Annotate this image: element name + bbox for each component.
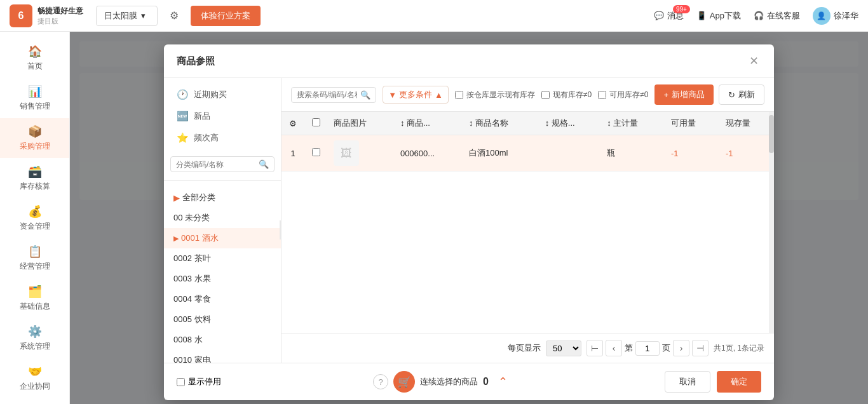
settings-column-header[interactable]: ⚙ [281, 112, 304, 135]
row-checkbox[interactable] [304, 135, 327, 172]
sidebar-item-inventory[interactable]: 🗃️ 库存核算 [0, 158, 69, 198]
sidebar-item-guide[interactable]: 📖 新手引导 [0, 398, 69, 404]
category-item-snack[interactable]: 0004 零食 [164, 289, 281, 309]
category-item-appliance[interactable]: 0010 家电 [164, 350, 281, 363]
page-number-input[interactable] [635, 341, 660, 356]
modal-title: 商品参照 [177, 55, 215, 67]
online-service-nav-item[interactable]: 🎧 在线客服 [754, 10, 800, 22]
sidebar-item-sales[interactable]: 📊 销售管理 [0, 78, 69, 118]
table-row[interactable]: 1 🖼 000600... 白酒100ml 瓶 [281, 135, 774, 172]
row-index: 1 [281, 135, 304, 172]
logo-icon: 6 [10, 4, 32, 27]
settings-gear-icon[interactable]: ⚙ [164, 6, 184, 26]
main-layout: 🏠 首页 📊 销售管理 📦 采购管理 🗃️ 库存核算 💰 资金管理 📋 经营管理… [0, 32, 868, 404]
stock-nonzero-checkbox[interactable]: 现有库存≠0 [541, 90, 592, 100]
headset-icon: 🎧 [754, 11, 764, 20]
tab-frequent[interactable]: ⭐ 频次高 [170, 128, 275, 148]
sidebar-item-purchase[interactable]: 📦 采购管理 [0, 118, 69, 158]
product-table: ⚙ 商品图片 ↕ 商品... [281, 112, 774, 172]
name-column-header: ↕ 商品名称 [463, 112, 539, 135]
modal-close-button[interactable]: ✕ [746, 53, 761, 69]
category-item-beverage[interactable]: 0005 饮料 [164, 309, 281, 330]
product-search-input[interactable] [297, 90, 357, 99]
first-page-button[interactable]: ⊢ [587, 340, 603, 356]
company-dropdown[interactable]: 日太阳膜 ▾ [96, 6, 158, 26]
sidebar-item-system[interactable]: ⚙️ 系统管理 [0, 318, 69, 358]
expand-cart-button[interactable]: ⌃ [494, 372, 513, 391]
last-page-button[interactable]: ⊣ [692, 340, 709, 356]
category-item-all[interactable]: ▶ 全部分类 [164, 187, 281, 208]
category-item-fruit[interactable]: 0003 水果 [164, 269, 281, 289]
operations-icon: 📋 [28, 245, 42, 259]
next-page-button[interactable]: › [673, 340, 689, 356]
product-reference-modal: 商品参照 ✕ 🕐 近期购买 🆕 [164, 44, 774, 400]
image-column-header: 商品图片 [327, 112, 394, 135]
category-item-uncategorized[interactable]: 00 未分类 [164, 208, 281, 228]
warehouse-display-checkbox[interactable]: 按仓库显示现有库存 [455, 90, 535, 100]
help-icon[interactable]: ? [373, 374, 388, 389]
row-available: -1 [665, 135, 719, 172]
sidebar-item-home[interactable]: 🏠 首页 [0, 38, 69, 78]
enterprise-icon: 🤝 [28, 365, 42, 379]
checkbox-column-header[interactable] [304, 112, 327, 135]
plus-icon: + [663, 90, 668, 100]
messages-badge: 99+ [673, 5, 690, 13]
category-item-tea[interactable]: 0002 茶叶 [164, 248, 281, 269]
prev-page-button[interactable]: ‹ [606, 340, 622, 356]
inventory-icon: 🗃️ [28, 165, 42, 178]
modal-header: 商品参照 ✕ [164, 44, 774, 78]
messages-nav-item[interactable]: 💬 消息 99+ [654, 10, 684, 22]
refresh-button[interactable]: ↻ 刷新 [719, 84, 764, 105]
avatar: 👤 [813, 7, 831, 25]
product-image: 🖼 [334, 140, 359, 166]
left-divider [164, 180, 281, 181]
search-icon: 🔍 [360, 90, 370, 100]
more-filters-button[interactable]: ▼ 更多条件 ▲ [383, 86, 449, 104]
content-area: 商品参照 ✕ 🕐 近期购买 🆕 [70, 32, 868, 404]
page-size-select[interactable]: 50 100 200 [546, 340, 581, 356]
sidebar: 🏠 首页 📊 销售管理 📦 采购管理 🗃️ 库存核算 💰 资金管理 📋 经营管理… [0, 32, 70, 404]
stock-column-header: 现存量 [719, 112, 774, 135]
toolbar: 🔍 ▼ 更多条件 ▲ 按仓库显示现有库存 [281, 78, 774, 112]
available-nonzero-checkbox[interactable]: 可用库存≠0 [598, 90, 648, 100]
finance-icon: 💰 [28, 205, 42, 219]
tab-recent-purchase[interactable]: 🕐 近期购买 [170, 84, 275, 105]
chevron-down-icon: ▾ [141, 11, 146, 20]
clock-icon: 🕐 [177, 89, 189, 100]
logo-text: 畅捷通好生意 捷目版 [37, 6, 83, 26]
user-avatar-area[interactable]: 👤 徐泽华 [813, 7, 858, 25]
active-arrow-icon: ▶ [173, 234, 179, 243]
table-scrollbar[interactable] [769, 112, 774, 333]
category-item-water[interactable]: 0008 水 [164, 330, 281, 350]
add-product-button[interactable]: + 新增商品 [654, 84, 714, 105]
home-icon: 🏠 [28, 44, 42, 58]
confirm-button[interactable]: 确定 [717, 371, 761, 393]
sidebar-item-basic-info[interactable]: 🗂️ 基础信息 [0, 278, 69, 318]
nav-right-area: 💬 消息 99+ 📱 App下载 🎧 在线客服 👤 徐泽华 [654, 7, 858, 25]
tab-new-products[interactable]: 🆕 新品 [170, 106, 275, 126]
cancel-button[interactable]: 取消 [665, 371, 710, 393]
sidebar-item-operations[interactable]: 📋 经营管理 [0, 238, 69, 278]
category-item-alcohol[interactable]: ▶ 0001 酒水 [164, 228, 281, 248]
refresh-icon: ↻ [728, 90, 735, 100]
right-panel: 🔍 ▼ 更多条件 ▲ 按仓库显示现有库存 [281, 78, 774, 363]
footer-actions: 取消 确定 [665, 371, 761, 393]
sidebar-item-finance[interactable]: 💰 资金管理 [0, 198, 69, 238]
row-unit: 瓶 [600, 135, 665, 172]
show-disabled-checkbox[interactable]: 显示停用 [177, 376, 221, 387]
cart-icon[interactable]: 🛒 [393, 371, 415, 393]
basic-info-icon: 🗂️ [28, 285, 42, 299]
logo-area: 6 畅捷通好生意 捷目版 [10, 4, 83, 27]
sidebar-item-enterprise[interactable]: 🤝 企业协同 [0, 358, 69, 398]
row-code: 000600... [394, 135, 463, 172]
arrow-icon: ▶ [173, 193, 180, 203]
app-download-nav-item[interactable]: 📱 App下载 [696, 10, 741, 22]
trial-button[interactable]: 体验行业方案 [191, 6, 261, 26]
category-search-input[interactable] [176, 160, 255, 169]
purchase-icon: 📦 [28, 125, 42, 138]
filter-icon: ▼ [388, 90, 397, 100]
row-stock: -1 [719, 135, 774, 172]
pagination-bar: 每页显示 50 100 200 ⊢ ‹ 第 页 [281, 333, 774, 363]
page-navigation: ⊢ ‹ 第 页 › ⊣ [587, 340, 709, 356]
star-icon: ⭐ [177, 132, 189, 144]
